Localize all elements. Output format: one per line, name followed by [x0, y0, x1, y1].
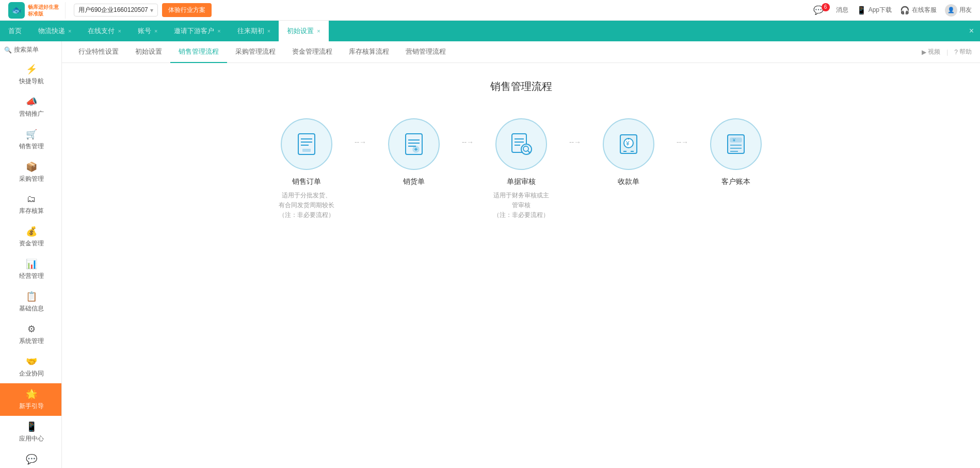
video-link[interactable]: ▶ 视频: [922, 48, 940, 56]
receipt-circle: ¥: [603, 118, 654, 170]
enterprise-collab-label: 企业协同: [19, 369, 44, 378]
doc-review-desc: 适用于财务审核或主 管审核 （注：非必要流程）: [493, 191, 549, 221]
receipt-label: 收款单: [618, 177, 639, 186]
close-payment-icon[interactable]: ×: [118, 28, 121, 34]
sidebar-item-operations-mgmt[interactable]: 📊 经营管理: [0, 253, 61, 286]
sub-tab-purchase-flow[interactable]: 采购管理流程: [227, 41, 284, 63]
nav-tab-payment[interactable]: 在线支付 ×: [79, 21, 129, 41]
close-period-icon[interactable]: ×: [267, 28, 270, 34]
marketing-promo-label: 营销推广: [19, 110, 44, 118]
new-guide-label: 新手引导: [19, 402, 44, 411]
sidebar-item-purchase-mgmt[interactable]: 📦 采购管理: [0, 156, 61, 189]
sidebar-item-sales-mgmt[interactable]: 🛒 销售管理: [0, 123, 61, 156]
sub-tab-industry[interactable]: 行业特性设置: [70, 41, 127, 63]
close-account-icon[interactable]: ×: [154, 28, 157, 34]
basic-info-icon: 📋: [26, 291, 37, 302]
logo-text: 畅库进好生意 标准版: [28, 4, 59, 17]
sub-tab-init[interactable]: 初始设置: [127, 41, 170, 63]
sales-invoice-label: 销货单: [403, 177, 425, 186]
purchase-mgmt-icon: 📦: [26, 161, 37, 173]
nav-tab-period[interactable]: 往来期初 ×: [229, 21, 279, 41]
flow-node-receipt[interactable]: ¥ 收款单: [587, 118, 670, 191]
message-badge: 6: [822, 3, 830, 11]
arrow-1: - - →: [348, 118, 373, 146]
flow-node-sales-invoice[interactable]: 销货单: [373, 118, 455, 191]
flow-node-sales-order[interactable]: 销售订单 适用于分批发货、 有合同发货周期较长 （注：非必要流程）: [265, 118, 348, 221]
nav-tab-invite[interactable]: 邀请下游客户 ×: [166, 21, 229, 41]
nav-tab-logistics[interactable]: 物流快递 ×: [30, 21, 79, 41]
marketing-promo-icon: 📣: [26, 96, 37, 107]
message-item[interactable]: 💬 6 消息: [813, 5, 848, 15]
close-invite-icon[interactable]: ×: [217, 28, 220, 34]
sidebar: 🔍 搜索菜单 ⚡ 快捷导航 📣 营销推广 🛒 销售管理 📦 采购管理 🗂 库存核…: [0, 41, 62, 468]
svg-rect-4: [302, 149, 311, 152]
top-header: 🐟 畅库进好生意 标准版 用户690企业1660120507 ▾ 体验行业方案 …: [0, 0, 980, 21]
basic-info-label: 基础信息: [19, 304, 44, 313]
video-icon: ▶: [922, 49, 926, 56]
close-logistics-icon[interactable]: ×: [68, 28, 71, 34]
nav-tab-home[interactable]: 首页: [0, 21, 30, 41]
video-label: 视频: [928, 48, 940, 56]
logo-icon: 🐟: [8, 2, 25, 19]
help-link[interactable]: ? 帮助: [954, 48, 972, 56]
page-content: 销售管理流程 销售订单: [62, 63, 980, 237]
sub-tab-marketing-flow[interactable]: 营销管理流程: [397, 41, 454, 63]
trial-button[interactable]: 体验行业方案: [162, 3, 212, 17]
nav-tab-init[interactable]: 初始设置 ×: [279, 21, 328, 41]
sidebar-item-quick-nav[interactable]: ⚡ 快捷导航: [0, 58, 61, 91]
sidebar-item-inventory[interactable]: 🗂 库存核算: [0, 189, 61, 221]
close-init-icon[interactable]: ×: [317, 28, 320, 34]
customer-ledger-circle: ¥: [710, 118, 762, 170]
flow-node-doc-review[interactable]: 单据审核 适用于财务审核或主 管审核 （注：非必要流程）: [480, 118, 563, 221]
sidebar-item-enterprise-collab[interactable]: 🤝 企业协同: [0, 351, 61, 383]
app-center-label: 应用中心: [19, 434, 44, 443]
user-selector[interactable]: 用户690企业1660120507 ▾: [74, 4, 158, 17]
enterprise-wechat-icon: 💬: [26, 454, 37, 465]
arrow-2: - - →: [455, 118, 480, 146]
search-menu[interactable]: 🔍 搜索菜单: [0, 41, 61, 58]
app-download-item[interactable]: 📱 App下载: [857, 6, 892, 15]
search-icon: 🔍: [4, 46, 12, 54]
user-avatar-item[interactable]: 👤 用友: [945, 4, 972, 17]
nav-tab-account[interactable]: 账号 ×: [130, 21, 166, 41]
sales-mgmt-label: 销售管理: [19, 142, 44, 151]
inventory-label: 库存核算: [19, 207, 44, 215]
doc-review-circle: [495, 118, 547, 170]
user-name: 用友: [959, 6, 972, 14]
flow-diagram: 销售订单 适用于分批发货、 有合同发货周期较长 （注：非必要流程） - - →: [83, 118, 959, 221]
sidebar-item-enterprise-wechat[interactable]: 💬 企业微信: [0, 448, 61, 468]
sidebar-item-marketing-promo[interactable]: 📣 营销推广: [0, 91, 61, 123]
sub-tabs: 行业特性设置 初始设置 销售管理流程 采购管理流程 资金管理流程 库存核算流程 …: [62, 41, 980, 63]
close-all-tabs[interactable]: ×: [963, 21, 980, 41]
doc-review-label: 单据审核: [507, 177, 536, 186]
svg-text:¥: ¥: [732, 137, 736, 143]
headset-icon: 🎧: [900, 6, 910, 15]
message-label: 消息: [836, 6, 848, 14]
sidebar-item-new-guide[interactable]: 🌟 新手引导: [0, 383, 61, 416]
quick-nav-icon: ⚡: [26, 64, 37, 75]
customer-ledger-label: 客户账本: [721, 177, 750, 186]
online-service-label: 在线客服: [912, 6, 937, 14]
finance-mgmt-label: 资金管理: [19, 239, 44, 248]
sidebar-item-app-center[interactable]: 📱 应用中心: [0, 416, 61, 448]
sidebar-item-finance-mgmt[interactable]: 💰 资金管理: [0, 221, 61, 253]
finance-mgmt-icon: 💰: [26, 226, 37, 237]
sales-invoice-circle: [388, 118, 440, 170]
online-service-item[interactable]: 🎧 在线客服: [900, 6, 937, 15]
flow-node-customer-ledger[interactable]: ¥ 客户账本: [695, 118, 777, 191]
arrow-4: - - →: [670, 118, 695, 146]
quick-nav-label: 快捷导航: [19, 77, 44, 86]
sales-order-circle: [281, 118, 332, 170]
sub-tab-sales-flow[interactable]: 销售管理流程: [170, 41, 227, 63]
sub-tab-inventory-flow[interactable]: 库存核算流程: [341, 41, 397, 63]
system-mgmt-label: 系统管理: [19, 337, 44, 346]
sidebar-item-basic-info[interactable]: 📋 基础信息: [0, 286, 61, 318]
page-title: 销售管理流程: [83, 80, 959, 93]
sidebar-item-system-mgmt[interactable]: ⚙ 系统管理: [0, 318, 61, 351]
help-icon: ?: [954, 49, 958, 56]
operations-mgmt-icon: 📊: [26, 258, 37, 270]
help-label: 帮助: [959, 48, 972, 56]
app-center-icon: 📱: [26, 421, 37, 432]
content-area: 行业特性设置 初始设置 销售管理流程 采购管理流程 资金管理流程 库存核算流程 …: [62, 41, 980, 468]
sub-tab-fund-flow[interactable]: 资金管理流程: [284, 41, 341, 63]
